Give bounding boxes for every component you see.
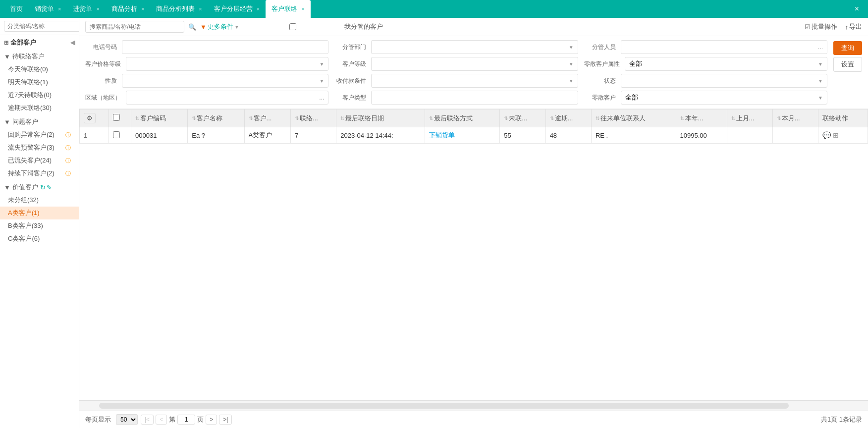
col-name-sort-icon: ⇅ xyxy=(192,115,196,121)
status-select[interactable]: ▼ xyxy=(621,74,827,88)
page-number-input[interactable] xyxy=(177,415,195,425)
sidebar-item-repurchase-anomaly[interactable]: 回购异常客户(2) ⓘ xyxy=(0,128,79,141)
select-all-checkbox[interactable] xyxy=(113,114,120,121)
sidebar-item-unclassified[interactable]: 未分组(32) xyxy=(0,194,79,207)
sidebar-item-7days-pending[interactable]: 近7天待联络(0) xyxy=(0,89,79,102)
sidebar-item-overdue-contact[interactable]: 逾期未联络(30) xyxy=(0,102,79,114)
sidebar-group-pending-title[interactable]: ▼ 待联络客户 xyxy=(0,50,79,63)
qrcode-icon[interactable]: ⊞ xyxy=(833,131,839,139)
customer-type-input[interactable] xyxy=(371,91,578,105)
tab-customer-segment[interactable]: 客户分层经营 × xyxy=(208,0,266,18)
edit-icon[interactable]: ✎ xyxy=(47,184,52,191)
col-customer-type[interactable]: ⇅ 客户... xyxy=(244,109,291,127)
filter-nature: 性质 ▼ xyxy=(85,74,328,88)
export-button[interactable]: ↑ 导出 xyxy=(845,22,863,31)
dept-select[interactable]: ▼ xyxy=(371,40,578,54)
query-button[interactable]: 查询 xyxy=(833,41,862,55)
col-not-contacted[interactable]: ⇅ 未联... xyxy=(500,109,545,127)
filter-customer-type: 客户类型 xyxy=(334,91,578,105)
tab-sales-order[interactable]: 销货单 × xyxy=(29,0,67,18)
retail-attr-select[interactable]: 全部 ▼ xyxy=(625,57,827,71)
first-page-button[interactable]: |< xyxy=(141,415,154,425)
main-search-input[interactable] xyxy=(85,21,184,33)
price-level-label: 客户价格等级 xyxy=(85,60,124,68)
person-input[interactable]: ... xyxy=(621,40,827,54)
warn-icon4: ⓘ xyxy=(65,170,71,177)
refresh-icon[interactable]: ↻ xyxy=(40,184,46,191)
main-search-button[interactable]: 🔍 xyxy=(188,23,196,31)
customer-level-select[interactable]: ▼ xyxy=(371,57,578,71)
row-unit-contact-cell: RE . xyxy=(591,127,676,144)
batch-operation-button[interactable]: ☑ 批量操作 xyxy=(805,22,837,31)
sidebar-item-declining[interactable]: 持续下滑客户(2) ⓘ xyxy=(0,167,79,180)
close-tab-sales[interactable]: × xyxy=(58,0,61,18)
tab-product-analysis-list[interactable]: 商品分析列表 × xyxy=(150,0,208,18)
sidebar-item-c-class[interactable]: C类客户(6) xyxy=(0,232,79,245)
col-this-month[interactable]: ⇅ 本月... xyxy=(772,109,818,127)
last-page-button[interactable]: >| xyxy=(219,415,232,425)
prev-page-button[interactable]: < xyxy=(156,415,167,425)
col-lastmonth-sort-icon: ⇅ xyxy=(731,115,735,121)
my-customer-checkbox[interactable] xyxy=(243,23,342,30)
sidebar-item-churned[interactable]: 已流失客户(24) ⓘ xyxy=(0,154,79,167)
filter-row-4: 区域（地区） ... 客户类型 xyxy=(85,91,827,105)
next-page-button[interactable]: > xyxy=(206,415,217,425)
close-window-button[interactable]: × xyxy=(850,4,864,13)
sidebar-collapse-button[interactable]: ◀ xyxy=(70,39,75,46)
nature-select[interactable]: ▼ xyxy=(122,74,328,88)
price-level-select[interactable]: ▼ xyxy=(126,57,328,71)
per-page-select[interactable]: 50 xyxy=(116,414,138,425)
more-filter-button[interactable]: ▼ 更多条件 ▼ xyxy=(200,22,239,31)
sidebar-item-churn-warning[interactable]: 流失预警客户(3) ⓘ xyxy=(0,141,79,154)
retail-attr-arrow-icon: ▼ xyxy=(818,61,823,67)
sidebar-item-b-class[interactable]: B类客户(33) xyxy=(0,219,79,232)
sidebar-group-value-title[interactable]: ▼ 价值客户 ↻ ✎ xyxy=(0,181,79,194)
close-tab-segment[interactable]: × xyxy=(257,0,260,18)
payment-select[interactable]: ▼ xyxy=(371,74,578,88)
comment-icon[interactable]: 💬 xyxy=(822,131,831,139)
col-customer-name[interactable]: ⇅ 客户名称 xyxy=(188,109,244,127)
column-settings-button[interactable]: ⚙ xyxy=(84,113,96,123)
tab-product-analysis[interactable]: 商品分析 × xyxy=(106,0,150,18)
col-contact-count[interactable]: ⇅ 联络... xyxy=(291,109,336,127)
col-last-contact-method[interactable]: ⇅ 最后联络方式 xyxy=(425,109,500,127)
sidebar-item-today-pending[interactable]: 今天待联络(0) xyxy=(0,63,79,76)
person-label: 分管人员 xyxy=(584,43,619,52)
filter-bar: 🔍 ▼ 更多条件 ▼ 我分管的客户 ☑ 批量操作 ↑ 导出 xyxy=(79,18,868,36)
page-prefix-label: 第 xyxy=(169,415,175,424)
col-this-year[interactable]: ⇅ 本年... xyxy=(676,109,727,127)
retail-cust-arrow-icon: ▼ xyxy=(818,95,823,101)
filter-retail-customer: 零散客户 全部 ▼ xyxy=(584,91,827,105)
col-overdue[interactable]: ⇅ 逾期... xyxy=(545,109,591,127)
set-button[interactable]: 设置 xyxy=(833,57,862,72)
close-tab-contact[interactable]: × xyxy=(301,0,304,18)
my-customer-checkbox-area[interactable]: 我分管的客户 xyxy=(243,22,383,31)
col-last-contact-date[interactable]: ⇅ 最后联络日期 xyxy=(336,109,425,127)
region-input[interactable]: ... xyxy=(126,91,328,105)
row-checkbox[interactable] xyxy=(113,131,120,138)
close-tab-purchase[interactable]: × xyxy=(96,0,99,18)
col-date-sort-icon: ⇅ xyxy=(340,115,344,121)
tab-purchase-order[interactable]: 进货单 × xyxy=(67,0,105,18)
sidebar-search-input[interactable] xyxy=(4,21,79,32)
retail-customer-select[interactable]: 全部 ▼ xyxy=(621,91,827,105)
col-method-sort-icon: ⇅ xyxy=(429,115,433,121)
sidebar-group-problem-title[interactable]: ▼ 问题客户 xyxy=(0,115,79,128)
home-button[interactable]: 首页 xyxy=(4,0,29,18)
col-customer-code[interactable]: ⇅ 客户编码 xyxy=(131,109,188,127)
sidebar-all-customers-header[interactable]: ⊞ 全部客户 ◀ xyxy=(0,35,79,50)
col-unit-contact[interactable]: ⇅ 往来单位联系人 xyxy=(591,109,676,127)
filter-row-2: 客户价格等级 ▼ 客户等级 ▼ xyxy=(85,57,827,71)
close-tab-analysis-list[interactable]: × xyxy=(199,0,202,18)
row-index: 1 xyxy=(80,127,109,144)
top-navigation: 首页 销货单 × 进货单 × 商品分析 × 商品分析列表 × 客户分层经营 × … xyxy=(0,0,868,18)
sidebar-item-a-class[interactable]: A类客户(1) xyxy=(0,207,79,219)
close-tab-analysis[interactable]: × xyxy=(141,0,144,18)
phone-input[interactable] xyxy=(122,40,328,54)
horizontal-scrollbar[interactable] xyxy=(99,403,789,409)
tab-customer-contact[interactable]: 客户联络 × xyxy=(266,0,310,18)
col-last-month[interactable]: ⇅ 上月... xyxy=(727,109,772,127)
col-type-sort-icon: ⇅ xyxy=(249,115,253,121)
sidebar-item-tomorrow-pending[interactable]: 明天待联络(1) xyxy=(0,76,79,89)
last-contact-method-link[interactable]: 下销货单 xyxy=(429,131,455,139)
